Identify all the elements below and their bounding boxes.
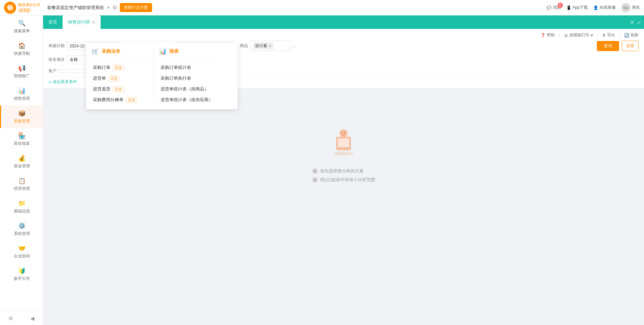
sidebar-collapse-btn[interactable]: ◀ [30, 315, 34, 322]
goods-tag-close-icon[interactable]: ✕ [269, 44, 272, 48]
sidebar-label-quicknav: 快捷导航 [14, 51, 30, 56]
industry-button[interactable]: 体验行业方案 [120, 3, 152, 12]
dropdown-item-return[interactable]: 进货退货 历史 [92, 84, 148, 94]
sidebar-item-marketing[interactable]: 📢 营销推广 [0, 60, 43, 83]
top-bar-system: 装餐及固定资产辅助管理系统 ▾ ⚙ 体验行业方案 [47, 3, 546, 12]
setting-button[interactable]: 设置 [622, 41, 639, 51]
dropdown-col1-header: 🛒 采购业务 [92, 46, 148, 59]
return-label: 进货退货 [93, 86, 110, 92]
export-button[interactable]: ⬆ 导出 [602, 32, 615, 38]
dropdown-item-order-stats[interactable]: 采购订单统计表 [159, 62, 216, 73]
goods-tag: 设计素 ✕ [253, 42, 274, 49]
tab-expand-icon[interactable]: ⤢ [637, 19, 641, 26]
refresh-button[interactable]: 🔄 刷新 [624, 32, 639, 38]
purchase-col-icon: 🛒 [92, 48, 99, 55]
order-stats-label: 采购订单统计表 [160, 65, 191, 71]
sidebar-item-quicknav[interactable]: 🏠 快捷导航 [0, 38, 43, 60]
guide-icon: 🔰 [18, 267, 26, 275]
sidebar-item-inventory[interactable]: 🏪 库存核算 [0, 128, 43, 151]
sidebar-label-operation: 经营管理 [14, 186, 30, 192]
online-service-action[interactable]: 👤 在线客服 [593, 5, 616, 10]
sidebar-item-purchase[interactable]: 📦 采购管理 [0, 106, 43, 128]
search-icon: 🔍 [18, 19, 26, 27]
basic-icon: 📁 [18, 200, 26, 207]
user-action[interactable]: Ea 用友 [621, 3, 640, 12]
print-icon: 🖨 [564, 33, 568, 38]
goods-dots[interactable]: ... [292, 43, 296, 48]
return-history[interactable]: 历史 [113, 86, 124, 92]
top-bar-actions: 💬 消息 5 📱 App下载 👤 在线客服 Ea 用友 [546, 3, 640, 12]
logo-icon: 畅 [4, 2, 16, 14]
system-name: 装餐及固定资产辅助管理系统 [47, 5, 104, 11]
sidebar-item-basic[interactable]: 📁 基础信息 [0, 196, 43, 218]
purchase-order-label: 采购订单 [93, 65, 110, 71]
dropdown-item-receipt[interactable]: 进货单 历史 [92, 73, 148, 84]
toolbar-divider2: | [597, 33, 598, 38]
message-action[interactable]: 💬 消息 5 [546, 5, 561, 10]
dropdown-item-receipt-stats-goods[interactable]: 进货单统计表（按商品） [159, 84, 216, 94]
system-settings-icon[interactable]: ⚙ [112, 4, 117, 11]
help-icon: ❓ [540, 33, 545, 38]
header-toolbar: ❓ 帮助 | 🖨 按模板打印 ▾ | ⬆ 导出 [48, 32, 639, 38]
sidebar-label-basic: 基础信息 [14, 208, 30, 214]
tab-sales-rank[interactable]: 销售排行榜 ✕ [63, 15, 101, 29]
marketing-icon: 📢 [18, 65, 26, 72]
date-label: 单据日期 [48, 43, 65, 49]
phone-icon: 📱 [566, 5, 571, 10]
goods-label: 商品 [240, 43, 248, 49]
goods-filter: 商品 设计素 ✕ ... [240, 41, 296, 51]
sidebar-item-operation[interactable]: 📋 经营管理 [0, 173, 43, 196]
toolbar-divider3: | [619, 33, 620, 38]
sidebar-label-system: 系统管理 [14, 231, 30, 237]
dropdown-item-purchase-order[interactable]: 采购订单 历史 [92, 62, 148, 73]
tab-bar: 首页 销售排行榜 ✕ ✕ ⤢ [43, 15, 644, 29]
receipt-label: 进货单 [93, 75, 106, 81]
sidebar-label-enterprise: 企业协同 [14, 253, 30, 259]
dropdown-item-receipt-stats-supplier[interactable]: 进货单统计表（按供应商） [159, 94, 216, 105]
sidebar-label-search: 搜索菜单 [14, 28, 30, 34]
dropdown-item-expense[interactable]: 采购费用分摊单 历史 [92, 94, 148, 105]
sidebar-item-enterprise[interactable]: 🤝 企业协同 [0, 241, 43, 263]
sidebar-item-finance[interactable]: 💰 资金管理 [0, 151, 43, 173]
print-button[interactable]: 🖨 按模板打印 ▾ [564, 32, 593, 38]
dropdown-col2-header: 📊 报表 [159, 46, 216, 59]
goods-input[interactable]: 设计素 ✕ [250, 41, 290, 51]
receipt-history[interactable]: 历史 [109, 76, 119, 81]
sidebar-settings-btn[interactable]: ⚙ [8, 315, 13, 322]
content-area: 首页 销售排行榜 ✕ ✕ ⤢ [43, 15, 644, 325]
export-icon: ⬆ [602, 33, 606, 38]
tab-close-icon[interactable]: ✕ [92, 20, 95, 25]
svg-point-5 [344, 132, 346, 133]
system-dropdown-icon[interactable]: ▾ [107, 5, 110, 10]
user-avatar: Ea [621, 3, 631, 12]
action-buttons: 查询 设置 [597, 41, 639, 51]
dropdown-item-order-exec[interactable]: 采购订单执行表 [159, 73, 216, 84]
app-download-action[interactable]: 📱 App下载 [566, 5, 588, 10]
inventory-icon: 🏪 [18, 132, 26, 139]
sidebar-item-search[interactable]: 🔍 搜索菜单 [0, 15, 43, 38]
svg-point-3 [339, 129, 348, 137]
receipt-stats-goods-label: 进货单统计表（按商品） [160, 86, 209, 92]
toolbar-divider1: | [559, 33, 560, 38]
tab-close-window-icon[interactable]: ✕ [630, 19, 634, 26]
expense-history[interactable]: 历史 [126, 97, 137, 103]
export-label: 导出 [607, 32, 615, 38]
purchase-dropdown-menu: 🛒 采购业务 采购订单 历史 进货单 历史 进货退货 [86, 42, 238, 109]
rank-value: 金额 [70, 57, 78, 63]
help-button[interactable]: ❓ 帮助 [540, 32, 555, 38]
tip2-num: ② [312, 177, 318, 183]
goods-tag-text: 设计素 [255, 43, 267, 49]
sidebar-item-sales[interactable]: 📊 销售管理 [0, 83, 43, 106]
sidebar-bottom: ⚙ ◀ [0, 312, 43, 325]
purchase-order-history[interactable]: 历史 [113, 65, 124, 71]
report-col-icon: 📊 [159, 48, 167, 55]
sidebar-item-system[interactable]: ⚙️ 系统管理 [0, 218, 43, 241]
enterprise-icon: 🤝 [18, 245, 26, 252]
tab-home-label: 首页 [48, 19, 57, 25]
tip2-text: 用[过滤]条件来缩小分析范围 [320, 175, 375, 184]
query-button[interactable]: 查询 [597, 41, 619, 51]
tab-home[interactable]: 首页 [43, 15, 63, 29]
sidebar: 🔍 搜索菜单 🏠 快捷导航 📢 营销推广 📊 销售管理 📦 采购管理 🏪 [0, 15, 43, 325]
service-icon: 👤 [593, 5, 598, 10]
sidebar-item-guide[interactable]: 🔰 新手引导 [0, 263, 43, 286]
